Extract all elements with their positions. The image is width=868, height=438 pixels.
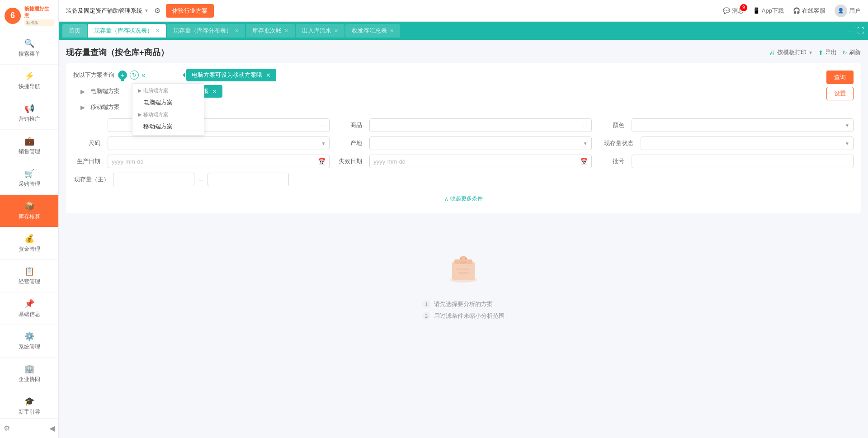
- create-tooltip-close[interactable]: ✕: [212, 88, 217, 95]
- goods-select[interactable]: ···: [369, 118, 591, 132]
- expiry-date-input[interactable]: yyyy-mm-dd 📅: [369, 155, 591, 168]
- sidebar-item-sales[interactable]: 💼 销售管理: [0, 130, 58, 162]
- size-select[interactable]: ▼: [108, 137, 330, 150]
- empty-step-2-text: 用过滤条件来缩小分析范围: [434, 312, 505, 320]
- user-label: 用户: [849, 7, 861, 15]
- filter-row-4: 现存量（主） —: [73, 173, 854, 186]
- tab-close-icon[interactable]: ✕: [390, 28, 394, 34]
- production-date-label: 生产日期: [73, 157, 100, 165]
- sidebar-item-purchase[interactable]: 🛒 采购管理: [0, 162, 58, 195]
- print-dropdown-icon: ▼: [808, 50, 813, 55]
- page-body: 现存量查询（按仓库+商品） 🖨 按模板打印 ▼ ⬆ 导出 ↻ 刷新: [59, 40, 868, 438]
- empty-step-1-text: 请先选择要分析的方案: [434, 300, 493, 308]
- stock-status-select[interactable]: ▼: [641, 137, 854, 150]
- template-print-btn[interactable]: 🖨 按模板打印 ▼: [769, 48, 813, 57]
- scheme-tooltip-bubble: 电脑方案可设为移动方案哦 ✕: [186, 69, 276, 81]
- sidebar-item-label: 企业协同: [19, 376, 40, 383]
- sidebar-item-marketing[interactable]: 📢 营销推广: [0, 97, 58, 130]
- search-button[interactable]: 查询: [826, 71, 854, 84]
- schema-mobile-item[interactable]: 移动端方案: [132, 120, 204, 133]
- stock-qty-max-input[interactable]: [208, 173, 289, 186]
- filter-row-indent: ▶: [80, 88, 85, 95]
- schema-mobile-label: 移动端方案: [143, 123, 173, 130]
- sidebar-item-label: 系统管理: [19, 343, 40, 351]
- svg-point-4: [460, 258, 462, 259]
- filter-header-row: 按以下方案查询 + ↻ «: [73, 71, 854, 80]
- quick-nav-icon: ⚡: [24, 71, 34, 81]
- sidebar-item-guide[interactable]: 🎓 新手引导: [0, 390, 58, 418]
- collapse-bar[interactable]: ∧ 收起更多条件: [73, 191, 854, 206]
- batch-label: 批号: [597, 157, 624, 165]
- refresh-btn[interactable]: ↻ 刷新: [842, 48, 861, 57]
- sidebar-item-system[interactable]: ⚙️ 系统管理: [0, 325, 58, 358]
- tab-io-flow[interactable]: 出入库流水 ✕: [296, 24, 344, 38]
- collapse-sidebar-icon[interactable]: ◀: [49, 424, 55, 433]
- settings-bottom-icon[interactable]: ⚙: [4, 424, 10, 433]
- tab-home[interactable]: 首页: [62, 24, 87, 38]
- tab-inventory-dist[interactable]: 现存量（库存分布表） ✕: [167, 24, 245, 38]
- tab-minimize-icon[interactable]: —: [846, 27, 854, 35]
- sidebar-item-quick[interactable]: ⚡ 快捷导航: [0, 65, 58, 97]
- sidebar-nav: 🔍 搜索菜单 ⚡ 快捷导航 📢 营销推广 💼 销售管理 🛒 采购管理 📦: [0, 32, 58, 418]
- sidebar-item-enterprise[interactable]: 🏢 企业协同: [0, 358, 58, 390]
- message-icon: 💬: [723, 7, 730, 14]
- filter-refresh-button[interactable]: ↻: [130, 71, 139, 80]
- filter-add-button[interactable]: +: [118, 71, 127, 80]
- sidebar-item-label: 新手引导: [19, 408, 40, 416]
- inventory-nav-icon: 📦: [24, 201, 34, 211]
- production-date-input[interactable]: yyyy-mm-dd 📅: [108, 155, 330, 168]
- refresh-label: 刷新: [849, 48, 861, 57]
- sidebar-item-inventory[interactable]: 📦 库存核算: [0, 195, 58, 227]
- svg-point-5: [465, 258, 467, 259]
- online-service-item[interactable]: 🎧 在线客服: [793, 7, 826, 15]
- app-download-item[interactable]: 📱 App下载: [753, 7, 784, 15]
- tab-receipt-summary-label: 收发存汇总表: [352, 27, 387, 35]
- message-icon-item[interactable]: 💬 消息 9: [723, 7, 744, 15]
- sidebar-item-label: 基础信息: [19, 311, 40, 318]
- user-item[interactable]: 👤 用户: [835, 5, 861, 17]
- schema-pc-group-label: 电脑端方案: [143, 87, 168, 94]
- tab-close-icon[interactable]: ✕: [156, 28, 160, 34]
- sidebar-item-basic[interactable]: 📌 基础信息: [0, 292, 58, 325]
- tab-inventory-dist-label: 现存量（库存分布表）: [173, 27, 232, 35]
- filter-arrow-button[interactable]: «: [142, 71, 146, 79]
- refresh-icon: ↻: [842, 49, 847, 56]
- header-settings-icon[interactable]: ⚙: [154, 6, 160, 15]
- purchase-nav-icon: 🛒: [24, 169, 34, 179]
- empty-state: 1 请先选择要分析的方案 2 用过滤条件来缩小分析范围: [66, 219, 861, 351]
- tab-inventory-status[interactable]: 现存量（库存状况表） ✕: [88, 24, 166, 38]
- system-title-dropdown[interactable]: 装备及固定资产辅助管理系统 ▼: [66, 7, 149, 15]
- basic-nav-icon: 📌: [24, 299, 34, 309]
- sidebar-item-finance[interactable]: 💰 资金管理: [0, 227, 58, 260]
- logo-icon: 6: [5, 8, 21, 24]
- tab-batch-ledger[interactable]: 库存批次账 ✕: [246, 24, 295, 38]
- scheme-tooltip-close[interactable]: ✕: [266, 72, 271, 79]
- sales-nav-icon: 💼: [24, 136, 34, 146]
- size-dropdown-icon: ▼: [321, 141, 326, 146]
- tab-close-icon[interactable]: ✕: [284, 28, 288, 34]
- logo-text: 畅捷通好生意: [24, 5, 54, 19]
- tab-receipt-summary[interactable]: 收发存汇总表 ✕: [345, 24, 400, 38]
- batch-input[interactable]: [632, 155, 854, 168]
- tab-home-label: 首页: [69, 27, 80, 35]
- stock-qty-label: 现存量（主）: [73, 175, 109, 184]
- tab-io-flow-label: 出入库流水: [302, 27, 331, 35]
- experience-button[interactable]: 体验行业方案: [166, 4, 214, 18]
- tab-close-icon[interactable]: ✕: [334, 28, 338, 34]
- svg-rect-1: [452, 262, 475, 280]
- main-content: 装备及固定资产辅助管理系统 ▼ ⚙ 体验行业方案 💬 消息 9 📱 App下载 …: [59, 0, 868, 438]
- tab-actions: — ⛶: [846, 27, 864, 35]
- reset-button[interactable]: 设置: [826, 87, 854, 100]
- refresh-small-icon: ↻: [132, 72, 137, 78]
- svg-rect-7: [458, 272, 469, 274]
- sidebar-item-search[interactable]: 🔍 搜索菜单: [0, 32, 58, 65]
- export-btn[interactable]: ⬆ 导出: [818, 48, 837, 57]
- sidebar-item-operations[interactable]: 📋 经营管理: [0, 260, 58, 292]
- tab-maximize-icon[interactable]: ⛶: [857, 27, 864, 35]
- template-print-label: 按模板打印: [777, 48, 807, 57]
- color-select[interactable]: ▼: [632, 118, 854, 132]
- tab-close-icon[interactable]: ✕: [235, 28, 239, 34]
- origin-select[interactable]: ▼: [369, 137, 591, 150]
- stock-qty-min-input[interactable]: [113, 173, 194, 186]
- schema-pc-item[interactable]: 电脑端方案: [132, 96, 204, 109]
